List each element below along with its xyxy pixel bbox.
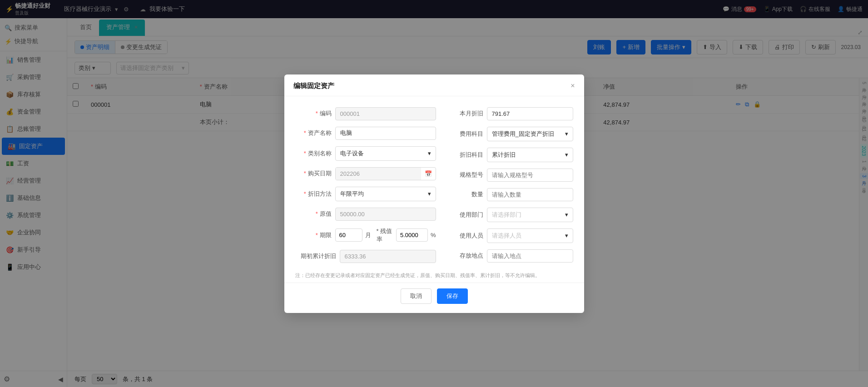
modal-title: 编辑固定资产 — [293, 82, 334, 90]
purchase-date-field: 📅 — [335, 167, 436, 180]
form-row-depreciation-method: * 折旧方法 年限平均 ▾ — [295, 187, 436, 201]
category-select[interactable]: 电子设备 ▾ — [335, 146, 436, 161]
depreciation-dropdown-icon: ▾ — [565, 151, 568, 158]
method-dropdown-icon: ▾ — [428, 190, 431, 197]
save-btn[interactable]: 保存 — [437, 288, 468, 304]
form-row-spec: 规格型号 — [447, 169, 573, 182]
expense-subject-select[interactable]: 管理费用_固定资产折旧 ▾ — [487, 127, 573, 141]
form-row-department: 使用部门 请选择部门 ▾ — [447, 208, 573, 222]
modal-overlay: 编辑固定资产 × * 编码 * 资产名称 — [0, 0, 868, 387]
spec-input[interactable] — [487, 169, 573, 182]
depreciation-method-select[interactable]: 年限平均 ▾ — [335, 187, 436, 201]
form-left-col: * 编码 * 资产名称 * 类别名称 电子设备 ▾ — [295, 107, 436, 265]
name-input[interactable] — [335, 127, 436, 140]
modal-footer: 取消 保存 — [284, 283, 584, 313]
form-row-initial-accumulated: 期初累计折旧 — [295, 250, 436, 263]
form-row-expense-subject: 费用科目 管理费用_固定资产折旧 ▾ — [447, 127, 573, 141]
calendar-icon[interactable]: 📅 — [421, 170, 436, 177]
original-value-input[interactable] — [335, 208, 436, 221]
residual-rate-input[interactable] — [396, 228, 428, 242]
modal-body: * 编码 * 资产名称 * 类别名称 电子设备 ▾ — [284, 96, 584, 272]
form-row-original-value: * 原值 — [295, 208, 436, 221]
form-row-user: 使用人员 请选择人员 ▾ — [447, 228, 573, 243]
residual-rate-label: * 残值率 — [377, 227, 393, 243]
form-row-monthly-depreciation: 本月折旧 — [447, 107, 573, 120]
edit-asset-modal: 编辑固定资产 × * 编码 * 资产名称 — [284, 74, 584, 313]
modal-close-btn[interactable]: × — [570, 82, 575, 90]
form-row-name: * 资产名称 — [295, 127, 436, 140]
user-select[interactable]: 请选择人员 ▾ — [487, 228, 573, 243]
form-row-code: * 编码 — [295, 107, 436, 120]
form-row-quantity: 数量 — [447, 188, 573, 201]
department-dropdown-icon: ▾ — [565, 211, 568, 218]
location-input[interactable] — [487, 249, 573, 263]
modal-header: 编辑固定资产 × — [284, 74, 584, 96]
purchase-date-input[interactable] — [336, 168, 421, 180]
period-input[interactable] — [335, 228, 362, 242]
initial-accumulated-input[interactable] — [340, 250, 436, 263]
form-row-depreciation-subject: 折旧科目 累计折旧 ▾ — [447, 148, 573, 162]
category-dropdown-icon: ▾ — [428, 150, 431, 157]
modal-note: 注：已经存在变更记录或者对应固定资产已经生成凭证，原值、购买日期、残值率、累计折… — [284, 272, 584, 283]
expense-dropdown-icon: ▾ — [565, 130, 568, 137]
department-select[interactable]: 请选择部门 ▾ — [487, 208, 573, 222]
cancel-btn[interactable]: 取消 — [401, 288, 432, 304]
user-dropdown-icon: ▾ — [565, 232, 568, 239]
form-row-category: * 类别名称 电子设备 ▾ — [295, 146, 436, 161]
period-inline: 月 * 残值率 % — [335, 227, 436, 243]
form-right-col: 本月折旧 费用科目 管理费用_固定资产折旧 ▾ 折旧科目 — [447, 107, 573, 265]
code-input[interactable] — [335, 107, 436, 120]
form-row-period: * 期限 月 * 残值率 % — [295, 227, 436, 243]
depreciation-subject-select[interactable]: 累计折旧 ▾ — [487, 148, 573, 162]
form-row-purchase-date: * 购买日期 📅 — [295, 167, 436, 180]
quantity-input[interactable] — [487, 188, 573, 201]
monthly-depreciation-input[interactable] — [487, 107, 573, 120]
form-row-location: 存放地点 — [447, 249, 573, 263]
